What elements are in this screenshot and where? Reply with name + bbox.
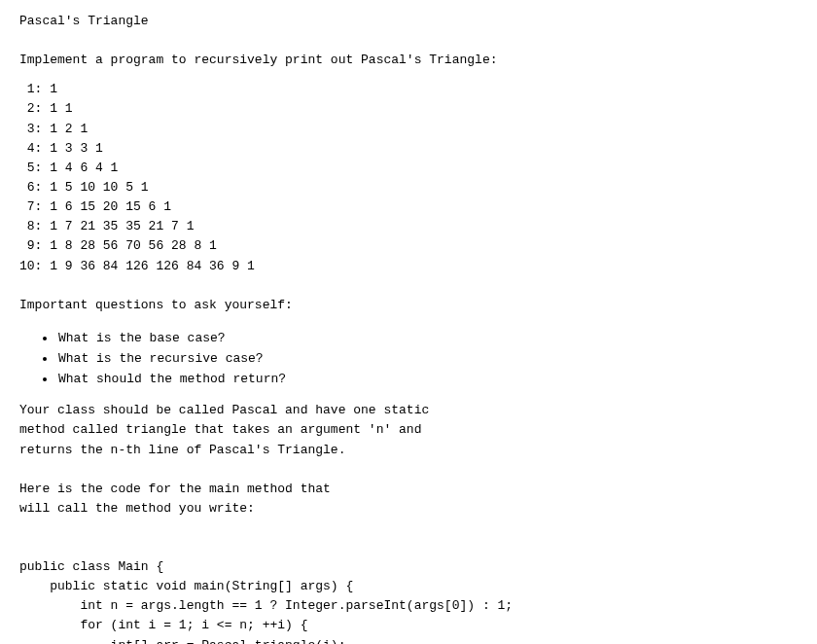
class-instruction-line: Your class should be called Pascal and h… — [19, 401, 798, 420]
document-title: Pascal's Triangle — [19, 12, 798, 31]
questions-heading: Important questions to ask yourself: — [19, 296, 798, 315]
code-intro-line: will call the method you write: — [19, 499, 798, 519]
triangle-output: 1: 1 2: 1 1 3: 1 2 1 4: 1 3 3 1 5: 1 4 6… — [19, 80, 798, 275]
class-instruction-line: returns the n-th line of Pascal's Triang… — [19, 441, 798, 460]
questions-list: What is the base case?What is the recurs… — [19, 329, 798, 389]
question-item: What should the method return? — [56, 370, 798, 389]
intro-text: Implement a program to recursively print… — [19, 51, 798, 70]
question-item: What is the base case? — [56, 329, 798, 348]
code-intro-line: Here is the code for the main method tha… — [19, 480, 798, 499]
question-item: What is the recursive case? — [56, 349, 798, 369]
code-block: public class Main { public static void m… — [19, 557, 798, 644]
class-instruction-line: method called triangle that takes an arg… — [19, 420, 798, 440]
